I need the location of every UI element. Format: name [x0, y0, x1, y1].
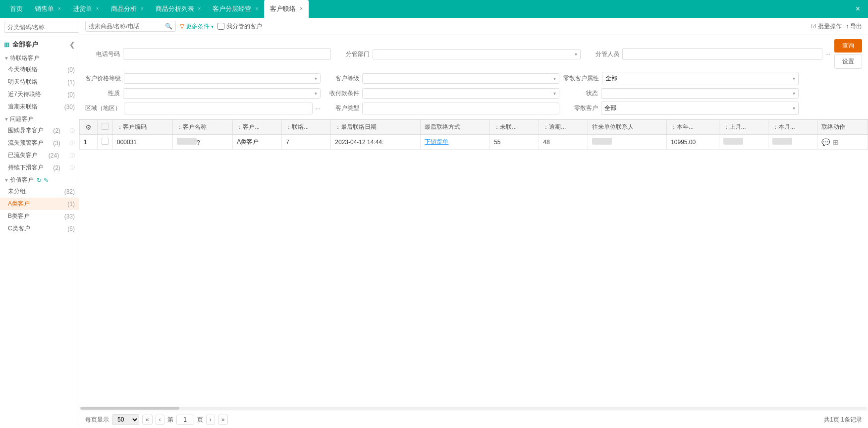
table-header-code: ：客户编码 — [113, 120, 173, 135]
sidebar-group-value[interactable]: ▼ 价值客户 ↻ ✎ — [0, 174, 79, 185]
tab-purchase[interactable]: 进货单 × — [67, 0, 105, 18]
table-header-settings[interactable]: ⚙ — [80, 120, 98, 135]
advanced-filters: 电话号码 分管部门 ▾ 分管人员 ··· 查询 设置 — [79, 35, 868, 119]
sidebar-item-class-b[interactable]: B类客户(33) — [0, 210, 79, 222]
horizontal-scrollbar[interactable] — [79, 405, 868, 411]
phone-input[interactable] — [123, 48, 331, 60]
retail-attr-select[interactable]: 全部 ▾ — [602, 72, 799, 85]
export-button[interactable]: ↑ 导出 — [846, 22, 862, 31]
table-cell-contact-count: 7 — [282, 135, 331, 150]
customer-grade-select[interactable]: ▾ — [362, 73, 560, 84]
customer-type-input[interactable] — [362, 103, 560, 114]
filter-row-2: 客户价格等级 ▾ 客户等级 ▾ 零散客户属性 全部 — [85, 72, 862, 85]
manager-input[interactable] — [622, 48, 822, 60]
sidebar-item-overdue-pending[interactable]: 逾期未联络(30) — [0, 101, 79, 113]
table-cell-last-month — [719, 135, 768, 150]
tab-customer-segmentation[interactable]: 客户分层经营 × — [207, 0, 264, 18]
tab-sales[interactable]: 销售单 × — [29, 0, 67, 18]
retail-select[interactable]: 全部 ▾ — [601, 102, 799, 115]
query-button[interactable]: 查询 — [834, 39, 862, 53]
table-header-overdue: ：逾期... — [539, 120, 588, 135]
filter-search-box: 🔍 — [85, 21, 176, 32]
sidebar-item-tomorrow-pending[interactable]: 明天待联络(1) — [0, 76, 79, 88]
sidebar-item-churned[interactable]: 已流失客户(24) ⓘ — [0, 149, 79, 161]
retail-attr-label: 零散客户属性 — [563, 74, 599, 83]
gear-icon[interactable]: ⚙ — [85, 123, 92, 131]
tab-close-icon[interactable]: × — [58, 0, 61, 18]
filter-search-input[interactable] — [89, 23, 163, 30]
select-all-checkbox[interactable] — [102, 123, 108, 130]
last-page-button[interactable]: » — [218, 415, 228, 425]
close-all-tabs-button[interactable]: × — [852, 4, 864, 13]
filter-customer-type: 客户类型 — [325, 103, 560, 114]
sidebar-item-class-a[interactable]: A类客户(1) — [0, 198, 79, 210]
sidebar-item-ungrouped[interactable]: 未分组(32) — [0, 185, 79, 198]
next-page-button[interactable]: › — [206, 415, 215, 425]
batch-operation-button[interactable]: ☑ 批量操作 — [811, 22, 842, 31]
page-label: 第 — [167, 416, 173, 424]
contact-method-link[interactable]: 下销货单 — [425, 138, 448, 145]
tab-close-icon[interactable]: × — [300, 0, 303, 18]
grid-action-icon[interactable]: ⊞ — [833, 138, 839, 146]
sidebar-search-input[interactable] — [4, 22, 79, 33]
more-dots-icon[interactable]: ··· — [316, 105, 321, 112]
chat-action-icon[interactable]: 💬 — [821, 138, 830, 146]
filter-search-icon[interactable]: 🔍 — [165, 23, 172, 30]
sidebar-item-class-c[interactable]: C类客户(6) — [0, 222, 79, 235]
sidebar-all-customers[interactable]: ⊞ 全部客户 ❮ — [0, 37, 79, 52]
my-customers-checkbox[interactable]: 我分管的客户 — [217, 22, 262, 31]
this-month-blurred — [772, 138, 792, 145]
info-icon: ⓘ — [70, 152, 75, 159]
per-page-label: 每页显示 — [85, 416, 109, 424]
tab-close-icon[interactable]: × — [198, 0, 201, 18]
nature-label: 性质 — [85, 89, 120, 98]
filter-row-1: 电话号码 分管部门 ▾ 分管人员 ··· 查询 设置 — [85, 39, 862, 69]
chevron-down-icon: ▾ — [211, 24, 214, 29]
tab-product-analysis[interactable]: 商品分析 × — [105, 0, 150, 18]
status-select[interactable]: ▾ — [601, 88, 799, 99]
table-area: ⚙ ：客户编码 ：客户名称 ：客户... — [79, 119, 868, 405]
sidebar-item-declining[interactable]: 持续下滑客户(2) ⓘ — [0, 161, 79, 174]
table-cell-company-contact — [588, 135, 667, 150]
table-header-no-contact: ：未联... — [490, 120, 539, 135]
sidebar-item-churn-warning[interactable]: 流失预警客户(3) ⓘ — [0, 137, 79, 149]
table-cell-no-contact: 55 — [490, 135, 539, 150]
first-page-button[interactable]: « — [142, 415, 153, 425]
tab-close-icon[interactable]: × — [255, 0, 258, 18]
table-cell-index: 1 — [80, 135, 98, 150]
refresh-icon[interactable]: ↻ — [37, 177, 42, 184]
region-input[interactable] — [124, 103, 313, 114]
more-conditions-button[interactable]: ▽ 更多条件 ▾ — [180, 22, 214, 31]
prev-page-button[interactable]: ‹ — [156, 415, 164, 425]
table-header-checkbox[interactable] — [98, 120, 113, 135]
scrollbar-thumb[interactable] — [80, 407, 179, 410]
tab-customer-contact[interactable]: 客户联络 × — [264, 0, 309, 18]
nature-select[interactable]: ▾ — [123, 88, 321, 99]
sidebar-item-abnormal-purchase[interactable]: 囤购异常客户(2) ⓘ — [0, 124, 79, 137]
sidebar-collapse-icon[interactable]: ❮ — [69, 41, 75, 49]
chevron-down-icon: ▾ — [793, 91, 795, 96]
price-grade-select[interactable]: ▾ — [124, 73, 321, 84]
export-icon: ↑ — [846, 23, 849, 30]
row-checkbox[interactable] — [102, 138, 108, 145]
more-dots-icon[interactable]: ··· — [825, 51, 830, 57]
payment-select[interactable]: ▾ — [362, 88, 560, 99]
sidebar-item-today-pending[interactable]: 今天待联络(0) — [0, 63, 79, 76]
tab-product-analysis-list[interactable]: 商品分析列表 × — [150, 0, 207, 18]
scrollbar-track[interactable] — [80, 407, 867, 410]
table-header-this-month: ：本月... — [768, 120, 817, 135]
tab-close-icon[interactable]: × — [96, 0, 99, 18]
sidebar-group-pending[interactable]: ▼ 待联络客户 — [0, 52, 79, 63]
filter-retail: 零散客户 全部 ▾ — [563, 102, 799, 115]
sidebar-item-7days-pending[interactable]: 近7天待联络(0) — [0, 88, 79, 101]
tab-close-icon[interactable]: × — [141, 0, 144, 18]
page-number-input[interactable] — [176, 415, 194, 425]
edit-icon[interactable]: ✎ — [44, 177, 49, 184]
sidebar-group-problem[interactable]: ▼ 问题客户 — [0, 113, 79, 124]
company-contact-blurred — [592, 138, 612, 145]
table-cell-checkbox[interactable] — [98, 135, 113, 150]
dept-select[interactable]: ▾ — [373, 49, 581, 59]
home-nav-item[interactable]: 首页 — [4, 4, 29, 13]
settings-button[interactable]: 设置 — [834, 54, 862, 69]
per-page-select[interactable]: 50 100 — [112, 414, 139, 425]
